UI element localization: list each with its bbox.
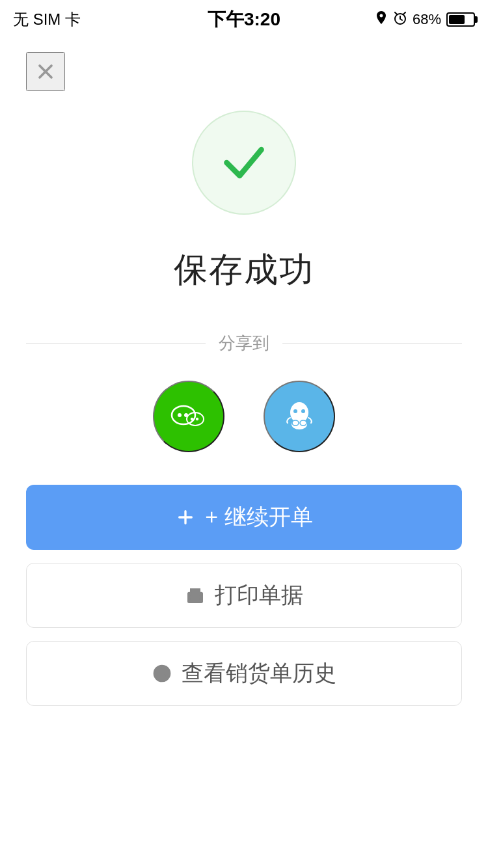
share-divider: 分享到 bbox=[26, 332, 462, 355]
location-icon bbox=[375, 10, 388, 29]
battery-text: 68% bbox=[413, 11, 441, 28]
main-content: 保存成功 分享到 bbox=[0, 39, 488, 868]
success-title: 保存成功 bbox=[174, 247, 314, 293]
svg-point-1 bbox=[172, 406, 195, 424]
share-section: 分享到 bbox=[26, 332, 462, 452]
history-label: 查看销货单历史 bbox=[182, 658, 336, 688]
svg-point-10 bbox=[301, 409, 305, 413]
print-icon bbox=[185, 585, 206, 606]
continue-label: + 继续开单 bbox=[205, 502, 312, 532]
history-icon bbox=[152, 663, 172, 684]
qq-icon bbox=[280, 397, 319, 436]
status-left: 无 SIM 卡 bbox=[13, 9, 86, 30]
share-label: 分享到 bbox=[219, 332, 269, 355]
print-label: 打印单据 bbox=[215, 580, 303, 610]
status-time: 下午3:20 bbox=[208, 7, 280, 32]
svg-point-5 bbox=[191, 418, 193, 420]
close-button[interactable] bbox=[26, 52, 65, 91]
wechat-icon bbox=[169, 397, 208, 436]
svg-point-14 bbox=[200, 595, 202, 597]
status-right: 68% bbox=[375, 10, 475, 29]
svg-point-6 bbox=[196, 418, 198, 420]
alarm-icon bbox=[393, 10, 407, 29]
svg-rect-13 bbox=[188, 593, 202, 603]
history-button[interactable]: 查看销货单历史 bbox=[26, 641, 462, 706]
qq-share-button[interactable] bbox=[264, 381, 335, 452]
battery-icon bbox=[446, 12, 475, 27]
success-icon-circle bbox=[192, 111, 296, 215]
status-bar: 无 SIM 卡 下午3:20 68% bbox=[0, 0, 488, 39]
share-icons bbox=[26, 381, 462, 452]
print-button[interactable]: 打印单据 bbox=[26, 563, 462, 628]
wechat-share-button[interactable] bbox=[153, 381, 224, 452]
action-buttons: + 继续开单 打印单据 查看销货单历史 bbox=[26, 485, 462, 706]
plus-icon bbox=[175, 507, 196, 528]
checkmark-icon bbox=[218, 137, 270, 189]
no-sim-text: 无 SIM 卡 bbox=[13, 9, 81, 30]
svg-point-9 bbox=[293, 409, 297, 413]
continue-button[interactable]: + 继续开单 bbox=[26, 485, 462, 550]
svg-point-2 bbox=[178, 413, 182, 417]
